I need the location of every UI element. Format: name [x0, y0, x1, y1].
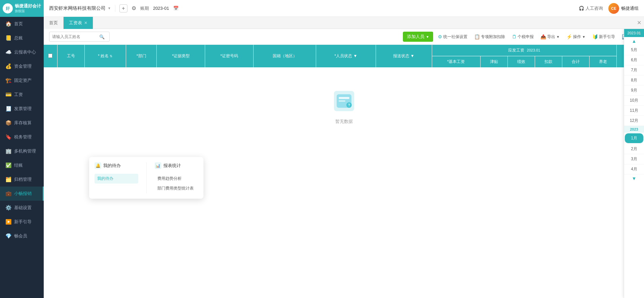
empty-text: 暂无数据 — [335, 119, 353, 125]
topbar-right: 🎧 人工咨询 CE 畅捷通组 — [579, 3, 639, 14]
add-person-button[interactable]: 添加人员 ▼ — [403, 32, 433, 42]
svg-text:?: ? — [348, 103, 350, 107]
month-panel-down[interactable]: ▼ — [624, 174, 644, 183]
tab-salary[interactable]: 工资表 ✕ — [64, 17, 93, 29]
sidebar-item-xiao-expense[interactable]: 💼 小畅报销 — [0, 187, 44, 201]
dropdown-section-divider — [146, 162, 147, 193]
th-cert-no: *证密号码 — [205, 45, 254, 67]
company-name: 西安虾米网络科技有限公司 — [49, 5, 106, 11]
sidebar-item-cloud-report[interactable]: ☁️ 云报表中心 — [0, 45, 44, 59]
action-export[interactable]: 📤 导出 ▼ — [538, 32, 562, 42]
month-item-9[interactable]: 9月 — [624, 86, 644, 96]
new-guide-icon: ▶️ — [5, 219, 11, 225]
fund-icon: 💰 — [5, 63, 11, 69]
content-area: 🔍 添加人员 ▼ ⚙ 统一社保设置 📋 专项附加扣除 🗒 个税申报 — [44, 29, 644, 298]
user-menu[interactable]: CE 畅捷通组 — [608, 3, 639, 14]
invoice-icon: 🧾 — [5, 106, 11, 112]
dropdown-item-dept-expense[interactable]: 部门费用类型统计表 — [155, 184, 198, 193]
tab-close-icon[interactable]: ✕ — [84, 21, 87, 25]
th-nationality: 国籍（地区） — [254, 45, 316, 67]
tab-salary-label: 工资表 — [69, 20, 82, 26]
dropdown-popup: 🔔 我的待办 我的待办 📊 报表统计 费用趋势分析 — [89, 157, 203, 199]
sidebar-item-label: 云报表中心 — [14, 49, 36, 55]
topbar: 西安虾米网络科技有限公司 ▼ + ⚙ 账期 2023-01 📅 🎧 人工咨询 C… — [44, 0, 644, 17]
th-check[interactable] — [44, 45, 57, 67]
person-status-filter-icon[interactable]: ▼ — [353, 54, 357, 58]
dept-expense-label: 部门费用类型统计表 — [157, 186, 194, 191]
report-status-filter-icon[interactable]: ▼ — [410, 54, 414, 58]
month-item-12[interactable]: 12月 — [624, 116, 644, 126]
tabbar: 首页 工资表 ✕ ✕ — [44, 17, 644, 29]
th-pension: 养老 — [589, 56, 616, 68]
topbar-divider1 — [115, 5, 115, 12]
action-social-security[interactable]: ⚙ 统一社保设置 — [436, 32, 469, 42]
sidebar-item-label: 资金管理 — [14, 63, 32, 69]
th-total: 合计 — [562, 56, 589, 68]
section1-title-label: 我的待办 — [103, 163, 121, 169]
dropdown-section-1: 🔔 我的待办 我的待办 — [94, 162, 138, 193]
service-button[interactable]: 🎧 人工咨询 — [579, 5, 603, 11]
sidebar-item-membership[interactable]: 💎 畅会员 — [0, 229, 44, 243]
dropdown-item-my-todo[interactable]: 我的待办 — [94, 174, 138, 184]
sidebar-item-label: 新手引导 — [14, 219, 32, 225]
month-item-8[interactable]: 8月 — [624, 75, 644, 86]
month-item-3[interactable]: 3月 — [624, 154, 644, 164]
section1-title-icon: 🔔 — [94, 162, 101, 169]
search-input[interactable] — [52, 34, 99, 39]
sidebar-item-invoice[interactable]: 🧾 发票管理 — [0, 102, 44, 116]
sidebar-item-archive[interactable]: 🗂️ 归档管理 — [0, 172, 44, 187]
topbar-gear-icon[interactable]: ⚙ — [131, 5, 136, 11]
sidebar-item-home[interactable]: 🏠 首页 — [0, 17, 44, 31]
month-item-7[interactable]: 7月 — [624, 65, 644, 75]
dropdown-item-expense-trend[interactable]: 费用趋势分析 — [155, 174, 198, 184]
sidebar-item-basic-settings[interactable]: ⚙️ 基础设置 — [0, 201, 44, 215]
tab-home[interactable]: 首页 — [44, 17, 64, 29]
sidebar-item-multi-org[interactable]: 🏢 多机构管理 — [0, 144, 44, 158]
search-icon[interactable]: 🔍 — [99, 34, 105, 39]
period-calendar-icon[interactable]: 📅 — [173, 6, 179, 11]
sidebar-nav: 🏠 首页 📒 总账 ☁️ 云报表中心 💰 资金管理 🏗️ 固定资产 💳 工资 🧾… — [0, 17, 44, 298]
operations-icon: ⚡ — [566, 34, 572, 39]
sidebar-item-label: 税务管理 — [14, 134, 32, 140]
basic-settings-icon: ⚙️ — [5, 205, 11, 211]
topbar-add-button[interactable]: + — [119, 4, 127, 12]
home-icon: 🏠 — [5, 21, 11, 27]
sidebar-item-label: 库存核算 — [14, 120, 32, 126]
sidebar-item-new-guide[interactable]: ▶️ 新手引导 — [0, 215, 44, 229]
month-item-4[interactable]: 4月 — [624, 164, 644, 174]
action-new-guide[interactable]: 🔰 新手引导 — [590, 32, 617, 42]
action-special-deduct[interactable]: 📋 专项附加扣除 — [472, 32, 507, 42]
select-all-checkbox[interactable] — [48, 54, 52, 58]
month-item-11[interactable]: 11月 — [624, 106, 644, 116]
sidebar-item-inventory[interactable]: 📦 库存核算 — [0, 116, 44, 130]
tabbar-close-all[interactable]: ✕ — [637, 20, 641, 26]
sidebar-item-salary[interactable]: 💳 工资 — [0, 88, 44, 102]
month-item-6[interactable]: 6月 — [624, 55, 644, 65]
month-item-2[interactable]: 2月 — [624, 144, 644, 154]
sidebar-item-label: 基础设置 — [14, 205, 32, 211]
month-item-1[interactable]: 1月 — [625, 133, 643, 143]
action-export-label: 导出 — [547, 34, 555, 40]
month-panel-up[interactable]: ▲ — [624, 37, 644, 45]
sidebar-item-label: 固定资产 — [14, 77, 32, 84]
sidebar-item-fixed-assets[interactable]: 🏗️ 固定资产 — [0, 73, 44, 88]
th-emp-no: 工号 — [57, 45, 84, 67]
sidebar-item-ledger[interactable]: 📒 总账 — [0, 31, 44, 45]
sidebar-item-label: 多机构管理 — [14, 148, 36, 154]
add-person-dropdown-icon: ▼ — [426, 35, 429, 39]
company-selector[interactable]: 西安虾米网络科技有限公司 ▼ — [49, 5, 111, 11]
sidebar-item-fund[interactable]: 💰 资金管理 — [0, 59, 44, 73]
name-sort-icon[interactable]: ⇅ — [110, 54, 112, 58]
action-operations[interactable]: ⚡ 操作 ▼ — [564, 32, 588, 42]
sidebar-item-tax[interactable]: 🔖 税务管理 — [0, 130, 44, 144]
th-deduct: 扣款 — [535, 56, 562, 68]
action-operations-label: 操作 — [573, 34, 581, 40]
month-item-10[interactable]: 10月 — [624, 96, 644, 106]
month-item-5[interactable]: 5月 — [624, 45, 644, 55]
my-todo-label: 我的待办 — [97, 176, 113, 181]
th-person-status: *人员状态 ▼ — [316, 45, 376, 67]
empty-state: ? 暂无数据 — [44, 67, 644, 145]
sidebar-item-settlement[interactable]: ✅ 结账 — [0, 158, 44, 172]
action-tax-report[interactable]: 🗒 个税申报 — [510, 32, 536, 42]
tax-report-icon: 🗒 — [512, 34, 517, 39]
